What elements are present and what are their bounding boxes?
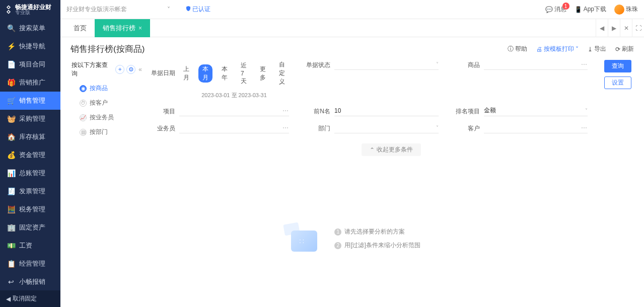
scheme-item-0[interactable]: ◉按商品 [71,81,143,96]
empty-step-1: 请先选择要分析的方案 [344,227,405,236]
sidebar-item-7[interactable]: 💰资金管理 [0,146,60,164]
sidebar-menu: 🔍搜索菜单⚡快捷导航📄项目合同🎁营销推广🛒销售管理🧺采购管理🏠库存核算💰资金管理… [0,19,60,290]
verified-label: 已认证 [192,5,210,14]
chevron-down-icon: ˅ [436,125,439,130]
sidebar-item-3[interactable]: 🎁营销推广 [0,73,60,92]
chevron-down-icon: ˅ [436,61,439,67]
menu-label: 工资 [19,241,32,250]
settings-button[interactable]: 设置 [604,76,631,89]
refresh-button[interactable]: ⟳ 刷新 [615,45,634,53]
sidebar-item-2[interactable]: 📄项目合同 [0,55,60,73]
sidebar-item-0[interactable]: 🔍搜索菜单 [0,19,60,37]
scheme-settings-button[interactable]: ⚙ [126,65,135,74]
print-label: 按模板打印 [544,45,574,53]
date-sep: 至 [232,92,237,98]
date-chip-4[interactable]: 更多 [256,64,270,83]
fullscreen-button[interactable]: ⛶ [632,19,644,37]
more-icon: ⋯ [282,124,289,131]
menu-label: 项目合同 [19,60,45,69]
sidebar-item-14[interactable]: ↩小畅报销 [0,273,60,290]
dept-label: 部门 [304,124,330,133]
date-label: 单据日期 [149,69,175,78]
date-chip-3[interactable]: 近7天 [237,61,251,86]
status-select[interactable]: ˅ [334,60,439,70]
menu-icon: 🎁 [7,79,15,87]
scheme-add-button[interactable]: + [115,65,124,74]
page-header: 销售排行榜(按商品) ⓘ 帮助 🖨 按模板打印 ˅ ⤓ 导出 ⟳ 刷新 [60,37,644,59]
date-chip-2[interactable]: 本年 [218,64,232,83]
brand-logo: 畅捷通好业财 专业版 [0,0,60,19]
app-download-button[interactable]: 📱 App下载 [575,5,606,14]
query-button[interactable]: 查询 [604,60,631,72]
sidebar-item-10[interactable]: 🧮税务管理 [0,200,60,218]
scheme-item-label: 按部门 [90,128,108,136]
scheme-item-3[interactable]: ▤按部门 [71,125,143,139]
sidebar: 畅捷通好业财 专业版 🔍搜索菜单⚡快捷导航📄项目合同🎁营销推广🛒销售管理🧺采购管… [0,0,60,307]
menu-icon: 📊 [7,169,15,177]
messages-button[interactable]: 💬 消息 1 [545,5,566,14]
menu-icon: ⚡ [7,42,15,50]
org-selector[interactable]: 好业财专业版演示帐套 ˅ [66,5,170,14]
date-chip-5[interactable]: 自定义 [275,60,289,87]
product-select[interactable]: ⋯ [484,60,588,70]
help-icon: ⓘ [508,45,514,53]
scheme-item-icon: 📈 [80,114,87,121]
rank-select[interactable]: 金额˅ [484,106,588,116]
menu-label: 经营管理 [19,259,45,268]
tab-close-icon[interactable]: × [138,25,142,32]
user-menu[interactable]: 珠珠 [614,5,638,15]
more-icon: ⋯ [581,61,588,68]
scheme-collapse-button[interactable]: « [137,66,143,73]
salesman-select[interactable]: ⋯ [179,123,289,133]
user-name: 珠珠 [626,5,638,14]
scheme-item-1[interactable]: ⏱按客户 [71,96,143,110]
sidebar-item-5[interactable]: 🧺采购管理 [0,110,60,128]
main-content: 销售排行榜(按商品) ⓘ 帮助 🖨 按模板打印 ˅ ⤓ 导出 ⟳ 刷新 [60,37,644,307]
sidebar-item-9[interactable]: 🧾发票管理 [0,182,60,200]
tab-next-button[interactable]: ▶ [608,19,620,37]
tab-1[interactable]: 销售排行榜× [95,19,150,37]
dept-select[interactable]: ˅ [334,123,439,133]
messages-badge: 1 [562,3,569,10]
more-icon: ⋯ [282,107,289,114]
menu-icon: 🧺 [7,115,15,123]
sidebar-item-11[interactable]: 🏢固定资产 [0,218,60,237]
scheme-item-label: 按业务员 [90,113,114,122]
project-select[interactable]: ⋯ [179,106,289,116]
menu-label: 营销推广 [19,78,45,87]
sidebar-item-6[interactable]: 🏠库存核算 [0,128,60,146]
tab-prev-button[interactable]: ◀ [596,19,608,37]
date-to: 2023-03-31 [239,92,267,98]
sidebar-item-4[interactable]: 🛒销售管理 [0,92,60,110]
topn-input[interactable]: 10 [334,106,439,116]
tab-label: 首页 [74,24,87,33]
tab-0[interactable]: 首页 [65,19,95,37]
brand-icon [4,5,13,14]
menu-icon: 🔍 [7,24,15,32]
date-chip-1[interactable]: 本月 [198,64,212,83]
tabs-bar: 首页销售排行榜× ◀ ▶ ✕ ⛶ [60,19,644,37]
help-button[interactable]: ⓘ 帮助 [508,45,527,53]
menu-label: 固定资产 [19,223,45,232]
menu-icon: 🛒 [7,97,15,105]
sidebar-item-13[interactable]: 📋经营管理 [0,255,60,273]
menu-icon: 🧮 [7,205,15,213]
sidebar-pin-toggle[interactable]: ◀ 取消固定 [0,290,60,307]
sidebar-item-12[interactable]: 💵工资 [0,237,60,255]
export-button[interactable]: ⤓ 导出 [588,45,606,53]
tab-close-all-button[interactable]: ✕ [620,19,632,37]
scheme-item-icon: ⏱ [80,100,87,107]
sidebar-item-1[interactable]: ⚡快捷导航 [0,37,60,55]
scheme-panel: 按以下方案查询 + ⚙ « ◉按商品⏱按客户📈按业务员▤按部门 [67,59,143,156]
customer-select[interactable]: ⋯ [484,123,588,133]
scheme-item-2[interactable]: 📈按业务员 [71,110,143,125]
export-label: 导出 [594,45,606,53]
sidebar-item-8[interactable]: 📊总账管理 [0,164,60,182]
menu-icon: 🏢 [7,223,15,232]
collapse-label: 收起更多条件 [377,145,413,154]
avatar [614,5,624,15]
collapse-filters-button[interactable]: ⌃ 收起更多条件 [362,143,421,156]
print-button[interactable]: 🖨 按模板打印 ˅ [536,45,579,53]
date-chip-0[interactable]: 上月 [179,64,193,83]
help-label: 帮助 [515,45,527,53]
